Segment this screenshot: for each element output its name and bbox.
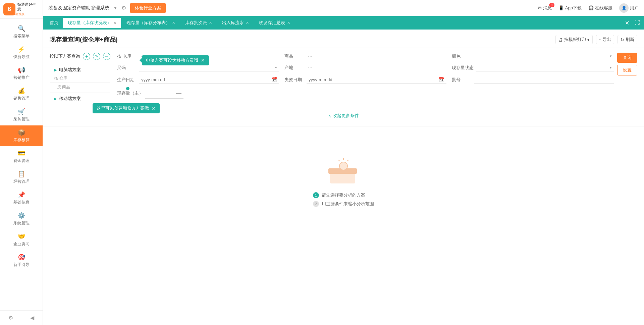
- app-download-btn[interactable]: 📱 App下载: [558, 5, 582, 11]
- origin-more-icon[interactable]: ···: [307, 65, 314, 71]
- collapse-sidebar-icon[interactable]: ◀: [30, 315, 34, 321]
- tab-close-icon[interactable]: ✕: [287, 21, 290, 25]
- tab-in-out-flow[interactable]: 出入库流水 ✕: [217, 18, 254, 28]
- prod-date-calendar-icon[interactable]: 📅: [271, 77, 277, 82]
- sidebar-item-inventory[interactable]: 📦 库存核算: [0, 125, 43, 146]
- prod-date-label: 生产日期: [117, 77, 137, 83]
- settings-bottom-icon[interactable]: ⚙: [8, 315, 13, 321]
- back-scheme-btn[interactable]: ←: [103, 53, 110, 60]
- scheme-panel: ▶ 电脑端方案 按 仓库 按 商品 ▶ 移动端方案: [50, 64, 110, 104]
- notifications-btn[interactable]: ✉ 消息 9: [538, 5, 552, 11]
- export-btn[interactable]: ↑ 导出: [596, 35, 614, 44]
- warehouse-label: 按 仓库: [117, 53, 137, 59]
- stock-min-input[interactable]: [147, 89, 174, 97]
- sidebar-item-search-menu[interactable]: 🔍 搜索菜单: [0, 21, 43, 42]
- operations-icon: 📋: [18, 170, 25, 178]
- sidebar-item-label: 新手引导: [13, 262, 30, 268]
- prod-date-field: 生产日期 📅: [117, 75, 279, 84]
- sidebar-item-marketing[interactable]: 📢 营销推广: [0, 63, 43, 84]
- scheme-expand-mobile-icon: ▶: [54, 97, 57, 101]
- refresh-btn[interactable]: ↻ 刷新: [618, 35, 637, 44]
- purchase-icon: 🛒: [18, 108, 25, 115]
- sidebar-nav: 🔍 搜索菜单 ⚡ 快捷导航 📢 营销推广 💰 销售管理 🛒 采购管理 📦 库存核…: [0, 19, 43, 310]
- sidebar-item-finance[interactable]: 💳 资金管理: [0, 146, 43, 167]
- dot-indicator: [126, 87, 129, 90]
- tab-close-icon[interactable]: ✕: [209, 21, 212, 25]
- query-button[interactable]: 查询: [617, 53, 637, 63]
- page-content: 现存量查询(按仓库+商品) 🖨 按模板打印 ▾ ↑ 导出 ↻ 刷新: [43, 30, 644, 325]
- stock-main-label: 现存量（主）: [117, 90, 143, 96]
- sidebar-item-label: 系统管理: [13, 220, 30, 226]
- scheme-expand-icon: ▶: [54, 68, 57, 72]
- scheme-mobile[interactable]: ▶ 移动端方案: [50, 93, 110, 104]
- sidebar-item-operations[interactable]: 📋 经营管理: [0, 167, 43, 188]
- exp-date-calendar-icon[interactable]: 📅: [439, 77, 444, 82]
- tooltip-create-close[interactable]: ✕: [152, 106, 156, 111]
- tab-close-icon[interactable]: ✕: [113, 21, 116, 25]
- system-dropdown-icon[interactable]: ▼: [113, 6, 117, 10]
- exp-date-input-wrap[interactable]: 📅: [307, 75, 446, 84]
- tab-inventory-status[interactable]: 现存量（库存状况表） ✕: [63, 18, 121, 28]
- tab-home[interactable]: 首页: [46, 18, 62, 28]
- prod-date-input-wrap[interactable]: 📅: [139, 75, 279, 84]
- search-menu-icon: 🔍: [18, 25, 25, 32]
- svg-line-4: [338, 160, 340, 161]
- enterprise-icon: 🤝: [18, 233, 25, 240]
- page-header: 现存量查询(按仓库+商品) 🖨 按模板打印 ▾ ↑ 导出 ↻ 刷新: [43, 30, 644, 48]
- sidebar-item-enterprise[interactable]: 🤝 企业协同: [0, 229, 43, 250]
- batch-field: 批号: [452, 76, 614, 84]
- filter-row-3: 生产日期 📅 失效日期 📅: [117, 75, 614, 84]
- sidebar-item-sales[interactable]: 💰 销售管理: [0, 84, 43, 105]
- scheme-pc[interactable]: ▶ 电脑端方案: [50, 64, 110, 75]
- tab-inventory-dist[interactable]: 现存量（库存分布表） ✕: [122, 18, 180, 28]
- prod-date-input[interactable]: [141, 77, 271, 82]
- tab-close-all-icon[interactable]: ✕: [624, 18, 631, 28]
- sidebar-item-label: 资金管理: [13, 158, 30, 164]
- page-title: 现存量查询(按仓库+商品): [50, 36, 118, 44]
- tab-close-icon[interactable]: ✕: [172, 21, 175, 25]
- experience-button[interactable]: 体验行业方案: [130, 3, 166, 13]
- setup-button[interactable]: 设置: [617, 65, 637, 75]
- tab-batch-ledger[interactable]: 库存批次账 ✕: [180, 18, 217, 28]
- export-icon: ↑: [599, 37, 601, 42]
- sidebar-item-quick-nav[interactable]: ⚡ 快捷导航: [0, 42, 43, 63]
- sidebar-item-system[interactable]: ⚙️ 系统管理: [0, 209, 43, 229]
- sidebar-item-label: 经营管理: [13, 179, 30, 184]
- color-dropdown-icon: ▾: [610, 54, 612, 58]
- empty-step-2: 2 用过滤条件来缩小分析范围: [313, 201, 374, 207]
- exp-date-field: 失效日期 📅: [284, 75, 446, 84]
- sidebar-item-purchase[interactable]: 🛒 采购管理: [0, 105, 43, 125]
- header-settings-icon[interactable]: ⚙: [121, 5, 126, 11]
- stock-status-label: 现存量状态: [452, 65, 474, 71]
- tab-fullscreen-icon[interactable]: ⛶: [633, 18, 641, 28]
- empty-state: 1 请先选择要分析的方案 2 用过滤条件来缩小分析范围: [43, 126, 644, 234]
- user-menu[interactable]: 👤 用户: [619, 3, 639, 13]
- batch-input[interactable]: [474, 76, 614, 84]
- product-more-icon[interactable]: ···: [307, 53, 314, 59]
- online-support-btn[interactable]: 🎧 在线客服: [588, 5, 612, 11]
- inventory-icon: 📦: [18, 129, 25, 136]
- basic-info-icon: 📌: [18, 191, 25, 199]
- quick-nav-icon: ⚡: [18, 46, 25, 53]
- sidebar-item-basic-info[interactable]: 📌 基础信息: [0, 188, 43, 209]
- edit-scheme-btn[interactable]: ✎: [93, 53, 100, 60]
- logo-icon: 6: [3, 3, 15, 15]
- tooltip-pc-close[interactable]: ✕: [201, 58, 205, 63]
- tab-collect-summary[interactable]: 收发存汇总表 ✕: [254, 18, 295, 28]
- tab-close-icon[interactable]: ✕: [246, 21, 249, 25]
- stock-status-select[interactable]: ▾: [476, 64, 614, 71]
- exp-date-input[interactable]: [309, 77, 439, 82]
- sidebar: 6 畅通通好生意 标准版 🔍 搜索菜单 ⚡ 快捷导航 📢 营销推广 💰 销售管理…: [0, 0, 43, 325]
- stock-status-field: 现存量状态 ▾: [452, 64, 614, 71]
- print-template-btn[interactable]: 🖨 按模板打印 ▾: [555, 35, 593, 44]
- sidebar-item-label: 搜索菜单: [13, 33, 30, 39]
- logo-badge: 标准版: [15, 12, 39, 16]
- exp-date-label: 失效日期: [284, 77, 305, 83]
- add-scheme-btn[interactable]: +: [83, 53, 90, 60]
- color-select[interactable]: ▾: [474, 53, 614, 60]
- product-field: 商品 ···: [284, 53, 446, 59]
- stock-range[interactable]: —: [145, 88, 183, 99]
- sidebar-item-label: 采购管理: [13, 116, 30, 122]
- sidebar-item-label: 企业协同: [13, 241, 30, 247]
- sidebar-item-newbie[interactable]: 🎯 新手引导: [0, 250, 43, 271]
